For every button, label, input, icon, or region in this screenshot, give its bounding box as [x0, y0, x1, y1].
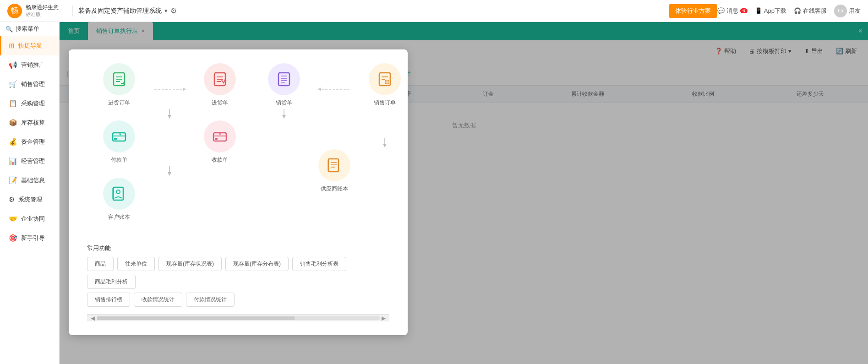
payment-bill-label: 付款单: [111, 156, 127, 164]
message-label: 消息: [726, 7, 738, 15]
scroll-right-btn[interactable]: ▶: [380, 315, 388, 321]
logo-brand-name: 畅康通好生意: [26, 4, 59, 11]
basic-info-icon: 📝: [9, 176, 17, 185]
sidebar-item-label: 快捷导航: [18, 42, 42, 50]
purchase-order-node[interactable]: 进货订单: [87, 63, 151, 107]
svg-rect-10: [278, 73, 289, 86]
sidebar-item-operations[interactable]: 📊 经营管理: [0, 152, 59, 171]
sales-icon: 🛒: [9, 80, 17, 88]
flow-diagram: 进货订单 进货单: [87, 63, 389, 235]
divider: [72, 5, 73, 16]
supplier-ledger-node[interactable]: 供应商账本: [302, 149, 366, 193]
sales-order-label: 销售订单: [374, 99, 396, 107]
sidebar-item-quick-nav[interactable]: ⊞ 快捷导航: [0, 36, 59, 55]
scroll-track[interactable]: [97, 316, 380, 320]
func-btn-sales-margin[interactable]: 销售毛利分析表: [292, 257, 346, 271]
customer-ledger-label: 客户账本: [108, 213, 130, 221]
customer-ledger-icon: [103, 178, 135, 210]
system-icon: ⚙: [9, 196, 15, 204]
svg-text:¥: ¥: [218, 132, 222, 136]
sidebar-item-label: 营销推广: [21, 61, 45, 69]
purchase-bill-node[interactable]: 进货单: [188, 63, 252, 107]
sidebar-item-marketing[interactable]: 📢 营销推广: [0, 55, 59, 75]
func-btn-stock-dist[interactable]: 现存量(库存分布表): [225, 257, 289, 271]
enterprise-icon: 🤝: [9, 215, 17, 223]
arrow-h-1: [151, 77, 188, 93]
logo-area: 畅 畅康通好生意 标准版: [7, 4, 67, 18]
arrow-h-2: [316, 77, 353, 93]
sidebar-item-purchase[interactable]: 📋 采购管理: [0, 94, 59, 113]
payment-bill-icon: ¥: [103, 120, 135, 152]
sidebar-item-system[interactable]: ⚙ 系统管理: [0, 190, 59, 209]
search-icon: 🔍: [5, 26, 13, 33]
scroll-left-btn[interactable]: ◀: [89, 315, 97, 321]
sidebar-item-enterprise[interactable]: 🤝 企业协同: [0, 209, 59, 228]
receipt-bill-icon: ¥: [204, 120, 236, 152]
system-dropdown-btn[interactable]: ▾: [164, 7, 168, 14]
sidebar-item-inventory[interactable]: 📦 库存核算: [0, 113, 59, 132]
func-btn-sales-rank[interactable]: 销售排行榜: [87, 293, 130, 307]
scroll-bar[interactable]: ◀ ▶: [87, 314, 389, 321]
sidebar-item-guide[interactable]: 🎯 新手引导: [0, 228, 59, 248]
common-functions-section: 常用功能 商品 往来单位 现存量(库存状况表) 现存量(库存分布表) 销售毛利分…: [87, 244, 389, 307]
payment-bill-node[interactable]: ¥ 付款单: [87, 120, 151, 164]
svg-rect-28: [114, 138, 117, 140]
user-label: 用友: [849, 7, 861, 15]
sidebar-item-label: 经营管理: [21, 157, 45, 165]
supplier-ledger-label: 供应商账本: [321, 185, 348, 193]
purchase-order-label: 进货订单: [108, 99, 130, 107]
receipt-bill-node[interactable]: ¥ 收款单: [188, 120, 252, 164]
finance-icon: 💰: [9, 138, 17, 146]
func-btn-product-margin[interactable]: 商品毛利分析: [87, 275, 136, 289]
top-right-area: 💬 消息 6 📱 App下载 🎧 在线客服 Ea 用友: [717, 5, 861, 17]
guide-icon: 🎯: [9, 234, 17, 242]
app-download-btn[interactable]: 📱 App下载: [755, 7, 786, 15]
func-btn-counterpart[interactable]: 往来单位: [117, 257, 155, 271]
arrow-down-receipt: [166, 164, 173, 178]
customer-ledger-node[interactable]: 客户账本: [87, 178, 151, 221]
message-btn[interactable]: 💬 消息 6: [717, 7, 748, 15]
supplier-ledger-icon: [318, 149, 350, 181]
svg-marker-16: [318, 87, 321, 91]
svg-marker-37: [168, 172, 171, 176]
receipt-bill-label: 收款单: [212, 156, 228, 164]
sales-order-icon: [369, 63, 401, 95]
func-btn-receipt-stats[interactable]: 收款情况统计: [134, 293, 182, 307]
sidebar-item-label: 系统管理: [18, 196, 42, 204]
content-area: 首页 销售订单执行表 × × ❓ 帮助 🖨 按模板打印 ▾: [60, 22, 868, 364]
sidebar-item-label: 资金管理: [21, 138, 45, 146]
func-btn-stock-status[interactable]: 现存量(库存状况表): [158, 257, 222, 271]
sales-order-node[interactable]: 销售订单: [353, 63, 417, 107]
sales-bill-icon: [268, 63, 300, 95]
sidebar-item-label: 采购管理: [21, 99, 45, 108]
flow-modal: 进货订单 进货单: [69, 49, 408, 335]
inventory-icon: 📦: [9, 119, 17, 127]
online-service-btn[interactable]: 🎧 在线客服: [794, 7, 827, 15]
avatar: Ea: [834, 5, 847, 17]
operations-icon: 📊: [9, 157, 17, 165]
sidebar-item-label: 基础信息: [21, 176, 45, 185]
func-btn-row-2: 销售排行榜 收款情况统计 付款情况统计: [87, 293, 389, 307]
modal-overlay[interactable]: 进货订单 进货单: [60, 22, 868, 364]
sidebar-item-basic-info[interactable]: 📝 基础信息: [0, 171, 59, 190]
arrow-down-payment: [382, 136, 388, 149]
purchase-icon: 📋: [9, 99, 17, 108]
svg-point-45: [116, 190, 120, 194]
sidebar-item-label: 新手引导: [21, 234, 45, 242]
trial-btn[interactable]: 体验行业方案: [669, 4, 717, 18]
scroll-thumb[interactable]: [97, 316, 295, 320]
settings-btn[interactable]: ⚙: [170, 6, 177, 15]
user-menu[interactable]: Ea 用友: [834, 5, 861, 17]
sales-bill-node[interactable]: 销货单: [252, 63, 316, 107]
sidebar-item-sales[interactable]: 🛒 销售管理: [0, 75, 59, 94]
logo-icon: 畅: [7, 4, 22, 18]
func-btn-product[interactable]: 商品: [87, 257, 114, 271]
system-title-text: 装备及固定资产辅助管理系统: [78, 7, 162, 15]
func-btn-payment-stats[interactable]: 付款情况统计: [186, 293, 235, 307]
marketing-icon: 📢: [9, 61, 17, 69]
purchase-bill-label: 进货单: [212, 99, 228, 107]
search-menu-btn[interactable]: 🔍 搜索菜单: [0, 22, 59, 36]
sidebar-item-finance[interactable]: 💰 资金管理: [0, 132, 59, 152]
quick-nav-icon: ⊞: [9, 42, 15, 50]
svg-rect-32: [215, 138, 218, 140]
